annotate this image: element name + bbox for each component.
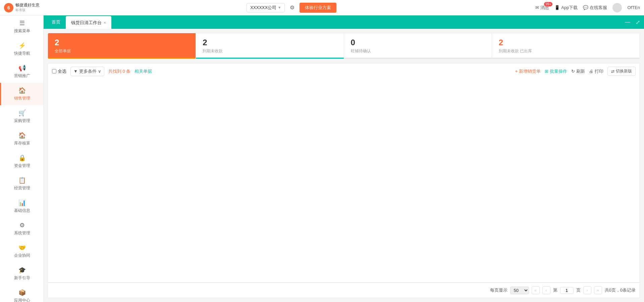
user-avatar[interactable] xyxy=(612,3,622,12)
sidebar-label-inventory: 库存核算 xyxy=(14,140,30,146)
switch-label: 切换新版 xyxy=(616,68,632,74)
current-page-input[interactable] xyxy=(560,287,574,294)
pagination-bar: 每页显示 50 100 200 « ‹ 第 页 › » 共0页，0条记录 xyxy=(48,283,640,298)
print-icon: 🖨 xyxy=(589,69,593,74)
service-icon: 💬 xyxy=(583,5,588,10)
message-badge: 99+ xyxy=(544,2,552,6)
stat-card-wangfu[interactable]: 0 旺辅待确认 xyxy=(344,33,492,59)
message-icon: ✉ xyxy=(535,5,539,10)
filter-icon: ▼ xyxy=(73,69,78,74)
search-menu-icon: ☰ xyxy=(19,19,25,27)
sidebar-label-search-menu: 搜索菜单 xyxy=(14,28,30,34)
inventory-icon: 🏠 xyxy=(18,132,26,139)
per-page-select[interactable]: 50 100 200 xyxy=(510,287,529,294)
first-page-button[interactable]: « xyxy=(532,286,540,294)
industry-button[interactable]: 体验行业方案 xyxy=(300,3,336,13)
page-label: 第 xyxy=(553,287,557,293)
stat-card-overdue[interactable]: 2 到期未收款 xyxy=(196,33,344,59)
finance-icon: 🔒 xyxy=(18,154,26,162)
next-page-button[interactable]: › xyxy=(583,286,591,294)
sidebar-item-base-info[interactable]: 📊 基础信息 xyxy=(0,195,43,218)
refresh-button[interactable]: ↻ 刷新 xyxy=(571,68,585,74)
related-link[interactable]: 相关单据 xyxy=(135,68,152,74)
sidebar-label-system: 系统管理 xyxy=(14,230,30,236)
sidebar-item-sales[interactable]: 🏠 销售管理 xyxy=(0,83,43,105)
stats-row: 2 全部单据 2 到期未收款 0 旺辅待确认 2 到期未收款 已出库 xyxy=(48,33,640,59)
sidebar-label-finance: 资金管理 xyxy=(14,163,30,169)
sidebar-item-guide[interactable]: 🎓 新手引导 xyxy=(0,262,43,285)
sidebar-label-marketing: 营销推广 xyxy=(14,73,30,79)
settings-icon[interactable]: ⚙ xyxy=(287,3,297,12)
logo-title: 畅捷通好生意 xyxy=(15,3,40,8)
last-page-button[interactable]: » xyxy=(594,286,602,294)
prev-page-button[interactable]: ‹ xyxy=(542,286,550,294)
download-icon: 📱 xyxy=(554,5,560,10)
sidebar-item-system[interactable]: ⚙ 系统管理 xyxy=(0,218,43,240)
sidebar-label-purchase: 采购管理 xyxy=(14,118,30,124)
stat-number-overdue: 2 xyxy=(203,38,337,48)
batch-operation-button[interactable]: ⊞ 批量操作 xyxy=(545,68,567,74)
header-middle: XXXXXX公司 ▼ ⚙ 体验行业方案 xyxy=(247,3,336,13)
select-all-input[interactable] xyxy=(52,69,56,73)
stat-number-shipped: 2 xyxy=(499,38,633,48)
sidebar-item-quick-nav[interactable]: ⚡ 快捷导航 xyxy=(0,38,43,60)
quick-nav-icon: ⚡ xyxy=(18,42,26,49)
stat-label-wangfu: 旺辅待确认 xyxy=(351,48,485,54)
empty-state xyxy=(48,79,640,214)
sidebar-item-marketing[interactable]: 📢 营销推广 xyxy=(0,60,43,83)
switch-icon: ⇄ xyxy=(611,69,614,74)
user-dropdown-arrow: OfTEn xyxy=(627,5,640,10)
stat-underline-overdue xyxy=(196,58,343,59)
online-service-button[interactable]: 💬 在线客服 xyxy=(583,5,607,11)
found-count-text: 共找到 0 条 xyxy=(108,68,130,74)
stat-label-shipped: 到期未收款 已出库 xyxy=(499,48,633,54)
stat-label-overdue: 到期未收款 xyxy=(203,48,337,54)
message-button[interactable]: ✉ 消息 99+ xyxy=(535,5,549,11)
sidebar-item-operations[interactable]: 📋 经营管理 xyxy=(0,173,43,195)
tab-workbench[interactable]: 钱货日清工作台 × xyxy=(66,16,111,29)
tab-maximize-btn[interactable]: ⤢ xyxy=(634,18,641,27)
sidebar-item-purchase[interactable]: 🛒 采购管理 xyxy=(0,105,43,128)
sidebar-label-base-info: 基础信息 xyxy=(14,208,30,214)
stat-number-all: 2 xyxy=(55,38,189,48)
print-label: 打印 xyxy=(595,68,603,74)
sidebar-label-enterprise: 企业协同 xyxy=(14,253,30,258)
new-sales-order-button[interactable]: + 新增销货单 xyxy=(515,68,541,74)
page-content: 2 全部单据 2 到期未收款 0 旺辅待确认 2 到期未收款 已出库 xyxy=(44,29,644,302)
sidebar-item-search-menu[interactable]: ☰ 搜索菜单 xyxy=(0,15,43,38)
tab-home[interactable]: 首页 xyxy=(46,15,66,29)
tab-actions: — ⤢ xyxy=(624,18,641,27)
system-icon: ⚙ xyxy=(19,222,25,229)
stat-card-shipped[interactable]: 2 到期未收款 已出库 xyxy=(492,33,640,59)
sidebar-item-finance[interactable]: 🔒 资金管理 xyxy=(0,150,43,173)
total-records: 共0页，0条记录 xyxy=(605,287,636,293)
sidebar-item-app-center[interactable]: 📦 应用中心 xyxy=(0,285,43,302)
per-page-label: 每页显示 xyxy=(490,287,507,293)
select-all-checkbox[interactable]: 全选 xyxy=(52,68,66,74)
stat-underline-shipped xyxy=(492,58,640,59)
tab-minimize-btn[interactable]: — xyxy=(624,18,632,26)
sidebar-label-quick-nav: 快捷导航 xyxy=(14,51,30,56)
sidebar-label-app-center: 应用中心 xyxy=(14,298,30,302)
header-right: ✉ 消息 99+ 📱 App下载 💬 在线客服 OfTEn xyxy=(535,3,640,12)
sidebar-label-sales: 销售管理 xyxy=(14,96,30,101)
logo-subtitle: 标准版 xyxy=(15,8,40,12)
print-button[interactable]: 🖨 打印 xyxy=(589,68,603,74)
company-selector[interactable]: XXXXXX公司 ▼ xyxy=(247,3,285,12)
found-count-number: 0 xyxy=(123,69,125,74)
purchase-icon: 🛒 xyxy=(18,109,26,117)
app-download-button[interactable]: 📱 App下载 xyxy=(554,5,578,11)
toolbar-right: + 新增销货单 ⊞ 批量操作 ↻ 刷新 🖨 打印 ⇄ xyxy=(515,67,636,76)
sidebar-item-enterprise[interactable]: 🤝 企业协同 xyxy=(0,240,43,262)
online-service-label: 在线客服 xyxy=(590,5,607,11)
stat-card-all[interactable]: 2 全部单据 xyxy=(48,33,196,59)
tab-workbench-close[interactable]: × xyxy=(104,20,106,25)
sidebar-label-operations: 经营管理 xyxy=(14,185,30,191)
filter-label: 更多条件 xyxy=(79,68,97,74)
switch-version-button[interactable]: ⇄ 切换新版 xyxy=(607,67,636,76)
sidebar-item-inventory[interactable]: 🏠 库存核算 xyxy=(0,128,43,150)
user-name-area[interactable]: OfTEn xyxy=(627,5,640,10)
stat-underline-all xyxy=(48,58,196,59)
marketing-icon: 📢 xyxy=(18,64,26,72)
filter-button[interactable]: ▼ 更多条件 ∨ xyxy=(70,67,104,76)
